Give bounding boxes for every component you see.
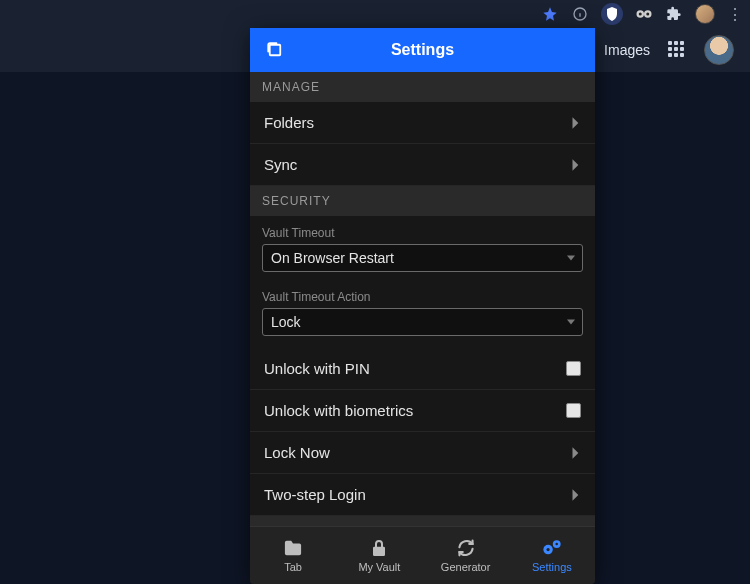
section-header-account: ACCOUNT [250, 516, 595, 526]
vault-timeout-action-label: Vault Timeout Action [262, 290, 583, 304]
bookmark-star-icon[interactable] [541, 5, 559, 23]
unlock-biometrics-row[interactable]: Unlock with biometrics [250, 390, 595, 432]
vault-timeout-action-select[interactable] [262, 308, 583, 336]
lock-now-row[interactable]: Lock Now [250, 432, 595, 474]
images-link[interactable]: Images [604, 42, 650, 58]
chevron-right-icon [571, 116, 581, 130]
gears-icon [541, 538, 563, 558]
vault-timeout-select[interactable] [262, 244, 583, 272]
bitwarden-popup: Settings MANAGE Folders Sync SECURITY Va… [250, 28, 595, 584]
popup-title: Settings [391, 41, 454, 59]
lock-icon [371, 538, 387, 558]
chevron-right-icon [571, 446, 581, 460]
folders-label: Folders [264, 114, 314, 131]
unlock-biometrics-label: Unlock with biometrics [264, 402, 413, 419]
eyes-icon[interactable] [635, 5, 653, 23]
nav-my-vault[interactable]: My Vault [336, 527, 422, 584]
popup-header: Settings [250, 28, 595, 72]
chevron-right-icon [571, 488, 581, 502]
nav-generator[interactable]: Generator [423, 527, 509, 584]
section-header-manage: MANAGE [250, 72, 595, 102]
refresh-icon [456, 538, 476, 558]
browser-toolbar: ⋮ [0, 0, 750, 28]
lock-now-label: Lock Now [264, 444, 330, 461]
svg-point-11 [555, 543, 558, 546]
nav-settings-label: Settings [532, 561, 572, 573]
vault-timeout-label: Vault Timeout [262, 226, 583, 240]
info-icon[interactable] [571, 5, 589, 23]
sync-label: Sync [264, 156, 297, 173]
svg-point-9 [546, 548, 549, 551]
popup-body: MANAGE Folders Sync SECURITY Vault Timeo… [250, 72, 595, 526]
unlock-pin-checkbox[interactable] [566, 361, 581, 376]
folder-icon [282, 538, 304, 558]
unlock-biometrics-checkbox[interactable] [566, 403, 581, 418]
nav-tab-label: Tab [284, 561, 302, 573]
section-header-security: SECURITY [250, 186, 595, 216]
bottom-nav: Tab My Vault Generator Settings [250, 526, 595, 584]
unlock-pin-row[interactable]: Unlock with PIN [250, 348, 595, 390]
two-step-login-label: Two-step Login [264, 486, 366, 503]
nav-my-vault-label: My Vault [358, 561, 400, 573]
popout-icon[interactable] [260, 28, 290, 72]
apps-grid-icon[interactable] [668, 41, 686, 59]
nav-settings[interactable]: Settings [509, 527, 595, 584]
svg-point-6 [646, 13, 649, 16]
folders-row[interactable]: Folders [250, 102, 595, 144]
vault-timeout-group: Vault Timeout [250, 216, 595, 284]
account-avatar[interactable] [704, 35, 734, 65]
bitwarden-extension-icon[interactable] [601, 3, 623, 25]
nav-generator-label: Generator [441, 561, 491, 573]
svg-point-5 [639, 13, 642, 16]
unlock-pin-label: Unlock with PIN [264, 360, 370, 377]
profile-avatar-icon[interactable] [695, 4, 715, 24]
two-step-login-row[interactable]: Two-step Login [250, 474, 595, 516]
vault-timeout-action-group: Vault Timeout Action [250, 284, 595, 348]
chevron-right-icon [571, 158, 581, 172]
nav-tab[interactable]: Tab [250, 527, 336, 584]
extensions-puzzle-icon[interactable] [665, 5, 683, 23]
sync-row[interactable]: Sync [250, 144, 595, 186]
svg-rect-7 [270, 45, 281, 56]
browser-menu-icon[interactable]: ⋮ [727, 5, 742, 24]
